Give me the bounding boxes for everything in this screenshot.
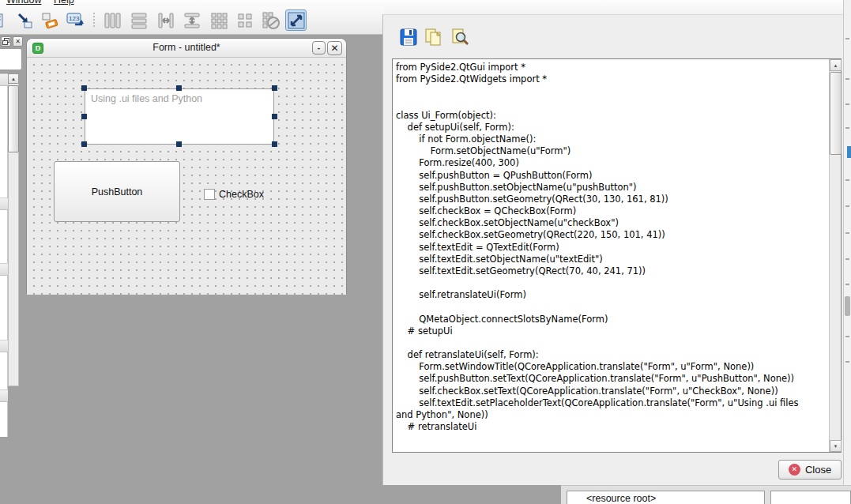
panel-close-button[interactable]: ✕	[13, 36, 23, 47]
resource-browser-fragment: <resource root>	[561, 485, 851, 504]
close-dialog-button[interactable]: ✕ Close	[778, 460, 842, 480]
adjust-size-button[interactable]	[285, 9, 307, 31]
widget-category-row[interactable]	[0, 73, 8, 86]
svg-text:123: 123	[69, 15, 80, 22]
break-layout-icon	[261, 10, 281, 31]
selection-handle-top-center[interactable]	[176, 85, 182, 91]
layout-horizontally-button[interactable]	[101, 9, 122, 31]
right-scrollbar-thumb[interactable]	[845, 296, 850, 316]
find-in-code-button[interactable]	[450, 28, 470, 49]
tree-branch-mark	[845, 258, 849, 260]
selection-handle-top-left[interactable]	[81, 85, 87, 91]
textedit-placeholder: Using .ui files and Python	[85, 89, 273, 108]
layout-vertically-in-splitter-button[interactable]	[181, 9, 202, 31]
qt-designer-screen: Window Help 123	[0, 0, 851, 504]
layout-in-grid-button[interactable]	[208, 9, 229, 31]
code-scrollbar[interactable]: ▲ ▼	[829, 59, 841, 452]
selection-highlight-fragment	[847, 146, 851, 158]
edit-buddies-button[interactable]	[39, 9, 60, 31]
checkbox-label: CheckBox	[219, 189, 264, 200]
layout-horizontally-in-splitter-icon	[156, 11, 175, 30]
layout-vertically-button[interactable]	[128, 9, 149, 31]
widget-category-row[interactable]	[0, 389, 8, 402]
tree-branch-mark	[845, 78, 849, 80]
layout-horizontally-in-splitter-button[interactable]	[155, 9, 176, 31]
edit-buddies-icon	[41, 12, 58, 29]
form-close-button[interactable]: ✕	[327, 41, 342, 55]
layout-vertically-icon	[130, 11, 149, 30]
layout-in-form-button[interactable]	[234, 9, 255, 31]
right-panel-fragment	[843, 0, 851, 485]
layout-in-grid-icon	[209, 11, 228, 30]
widget-box-scroll-up[interactable]: ▲	[8, 73, 19, 84]
edit-signals-slots-icon	[16, 12, 33, 29]
tree-branch-mark	[845, 284, 849, 285]
tree-branch-mark	[845, 205, 849, 207]
selection-handle-bottom-center[interactable]	[176, 141, 182, 147]
close-icon: ✕	[789, 464, 800, 476]
edit-widgets-icon	[0, 13, 4, 28]
panel-restore-button[interactable]	[1, 36, 11, 47]
copy-code-button[interactable]	[424, 28, 444, 49]
break-layout-button[interactable]	[260, 9, 281, 31]
tree-branch-mark	[845, 232, 849, 234]
widget-box-panel-fragment: ✕ ▲	[0, 35, 24, 442]
restore-icon	[2, 38, 9, 45]
checkbox-indicator[interactable]	[204, 189, 215, 200]
checkbox-widget[interactable]: CheckBox	[204, 188, 264, 200]
selection-handle-mid-left[interactable]	[81, 114, 87, 119]
widget-list-fragment	[0, 73, 8, 437]
menu-bar: Window Help	[0, 0, 382, 6]
selection-handle-mid-right[interactable]	[272, 114, 277, 119]
generated-python-code[interactable]: from PySide2.QtGui import * from PySide2…	[393, 59, 829, 452]
widget-box-scroll-thumb[interactable]	[8, 85, 19, 152]
widget-category-row[interactable]	[0, 263, 8, 276]
view-code-dialog: from PySide2.QtGui import * from PySide2…	[382, 14, 843, 485]
code-scrollbar-thumb[interactable]	[830, 72, 842, 155]
tree-branch-mark	[845, 336, 849, 337]
copy-icon	[424, 28, 444, 50]
code-view[interactable]: from PySide2.QtGui import * from PySide2…	[392, 58, 842, 453]
widget-category-row[interactable]	[0, 340, 8, 352]
layout-vertically-in-splitter-icon	[183, 11, 201, 30]
edit-tab-order-icon: 123	[66, 11, 85, 30]
tree-branch-mark	[845, 103, 849, 105]
form-window-titlebar[interactable]: D Form - untitled* - ✕	[27, 39, 346, 58]
resource-preview-pane[interactable]	[770, 491, 851, 504]
widget-category-row[interactable]	[0, 197, 8, 210]
layout-horizontally-icon	[103, 11, 122, 30]
form-canvas[interactable]: Using .ui files and Python PushButton Ch…	[27, 58, 346, 295]
selection-handle-bottom-left[interactable]	[81, 141, 87, 147]
tree-branch-mark	[845, 127, 849, 129]
adjust-size-icon	[288, 12, 305, 29]
toolbar-separator	[93, 13, 95, 28]
resource-root-item[interactable]: <resource root>	[567, 491, 764, 504]
tree-branch-mark	[845, 179, 849, 181]
textedit-widget[interactable]: Using .ui files and Python	[85, 88, 274, 145]
menu-help[interactable]: Help	[54, 0, 74, 6]
find-icon	[450, 28, 470, 50]
selection-handle-bottom-right[interactable]	[272, 141, 277, 147]
menu-window[interactable]: Window	[6, 0, 41, 6]
main-toolbar: 123	[0, 6, 384, 35]
resource-tree[interactable]: <resource root>	[567, 491, 765, 504]
form-editor-window: D Form - untitled* - ✕ Using .ui files a…	[26, 38, 347, 295]
scroll-down-button[interactable]: ▼	[830, 440, 842, 452]
save-code-button[interactable]	[398, 28, 419, 49]
tree-branch-mark	[845, 361, 849, 363]
pushbutton-widget[interactable]: PushButton	[54, 161, 180, 222]
tree-branch-mark	[845, 38, 849, 39]
form-minimize-button[interactable]: -	[312, 41, 326, 55]
edit-widgets-button[interactable]	[0, 9, 6, 31]
selection-handle-top-right[interactable]	[272, 85, 277, 91]
edit-signals-slots-button[interactable]	[13, 9, 35, 31]
edit-tab-order-button[interactable]: 123	[64, 9, 85, 31]
form-window-title: Form - untitled*	[27, 42, 346, 53]
widget-filter-input[interactable]	[0, 48, 22, 70]
save-icon	[399, 28, 418, 50]
scroll-up-button[interactable]: ▲	[830, 59, 842, 71]
layout-in-form-icon	[235, 11, 254, 30]
close-button-label: Close	[805, 464, 831, 476]
